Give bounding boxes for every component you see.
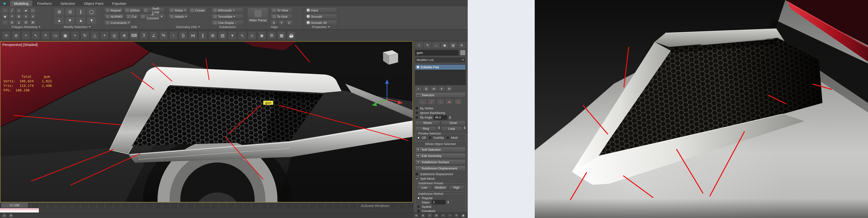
maxscript-mini-listener-output[interactable]: [0, 210, 39, 213]
zoom-extents-all-icon[interactable]: ⊠: [434, 213, 439, 218]
align-x-button[interactable]: X: [271, 20, 277, 25]
select-and-link-icon[interactable]: ∞: [2, 31, 10, 40]
spinner-snap-toggle-icon[interactable]: ↕: [169, 31, 178, 40]
time-slider[interactable]: 0 / 100: [1, 203, 28, 208]
preview-subobj-radio[interactable]: SubObj: [428, 136, 443, 140]
curve-editor-icon[interactable]: ∿: [238, 31, 247, 40]
select-and-move-icon[interactable]: +: [71, 31, 80, 40]
loop-spinner[interactable]: [464, 126, 466, 131]
utilities-tab-icon[interactable]: ≋: [458, 42, 466, 48]
by-angle-icon[interactable]: ∠: [16, 20, 22, 25]
expand-toggle-icon[interactable]: [417, 148, 420, 151]
percent-snap-toggle-icon[interactable]: %: [159, 31, 168, 40]
shrink-selection-icon[interactable]: ⊟: [23, 20, 29, 25]
selection-lock-icon[interactable]: ⊠: [8, 213, 14, 218]
rollout-soft-selection[interactable]: Soft Selection: [415, 147, 466, 152]
grow-selection-icon[interactable]: ⊞: [30, 20, 36, 25]
cut-button[interactable]: Cut: [125, 14, 138, 19]
repeat-button[interactable]: Repeat: [104, 8, 123, 13]
by-angle-field[interactable]: [434, 115, 447, 120]
p-connect-button[interactable]: P Connect: [139, 14, 164, 19]
tab-object-paint[interactable]: Object Paint: [80, 0, 107, 6]
zoom-region-icon[interactable]: ▭: [440, 213, 446, 218]
panel-caption[interactable]: Polygon Modeling: [0, 25, 52, 29]
use-pivot-point-center-icon[interactable]: ◎: [110, 31, 119, 40]
tessellate-button[interactable]: Tessellate: [212, 14, 243, 19]
pan-icon[interactable]: +: [447, 213, 453, 218]
create-button[interactable]: Create: [189, 8, 207, 13]
zoom-extents-icon[interactable]: ⊡: [427, 213, 433, 218]
rollout-subdivision-surface[interactable]: Subdivision Surface: [415, 159, 466, 165]
vertex-mode-icon[interactable]: ∴: [2, 8, 8, 13]
viewport-perspective[interactable]: Perspective] [Shaded] Total gumVerts: 10…: [0, 41, 413, 203]
panel-caption[interactable]: Subdivision: [210, 25, 245, 29]
shrink-button[interactable]: Shrink: [415, 120, 440, 125]
tab-populate[interactable]: Populate: [108, 0, 130, 6]
method-spatial-radio[interactable]: Spatial: [417, 204, 464, 209]
maximize-viewport-icon[interactable]: ▣: [460, 213, 466, 218]
radio-icon[interactable]: [417, 136, 420, 140]
ring-up-icon[interactable]: ▲: [54, 16, 64, 25]
grow-icon[interactable]: ⊞: [54, 8, 64, 16]
loop-button[interactable]: Loop: [441, 126, 463, 131]
radio-icon[interactable]: [417, 209, 420, 213]
ignore-backfacing-icon[interactable]: ⊘: [9, 20, 15, 25]
qslice-button[interactable]: QSlice: [124, 8, 142, 13]
radio-icon[interactable]: [428, 136, 432, 140]
make-unique-icon[interactable]: ⧉: [430, 86, 437, 92]
panel-caption[interactable]: Geometry (All): [166, 25, 209, 29]
show-end-result-icon[interactable]: ≣: [16, 14, 22, 19]
viewport-label[interactable]: Perspective] [Shaded]: [2, 43, 38, 47]
select-and-rotate-icon[interactable]: ↻: [81, 31, 89, 40]
expand-toggle-icon[interactable]: [417, 154, 420, 157]
preset-high-button[interactable]: High: [449, 185, 464, 190]
align-icon[interactable]: ∥: [198, 31, 207, 40]
modify-tab-icon[interactable]: ✎: [424, 42, 432, 48]
unlink-selection-icon[interactable]: ⊘: [12, 31, 20, 40]
hierarchy-tab-icon[interactable]: ⌂: [432, 42, 440, 48]
subdivision-displacement-checkbox[interactable]: [415, 172, 418, 176]
make-planar-button[interactable]: Make Planar: [247, 8, 269, 24]
snaps-toggle-icon[interactable]: 3: [140, 31, 148, 40]
loop-up-icon[interactable]: ▲: [76, 16, 86, 25]
next-modifier-icon[interactable]: ∧: [30, 14, 36, 19]
schematic-view-icon[interactable]: ◇: [248, 31, 256, 40]
soft-selection-icon[interactable]: ◌: [2, 20, 8, 25]
track-bar-ticks[interactable]: [31, 204, 411, 208]
collapse-toggle-icon[interactable]: [417, 167, 420, 170]
rollout-subdivision-displacement[interactable]: Subdivision Displacement: [415, 166, 466, 171]
steps-field[interactable]: [432, 200, 445, 204]
pin-stack-icon[interactable]: ⌖: [9, 14, 15, 19]
polygon-subobject-icon[interactable]: ▰: [445, 99, 453, 105]
radio-icon[interactable]: [417, 196, 420, 200]
rollout-edit-geometry[interactable]: Edit Geometry: [415, 153, 466, 158]
window-crossing-toggle-icon[interactable]: ▣: [61, 31, 69, 40]
create-tab-icon[interactable]: +: [415, 42, 423, 48]
split-mesh-checkbox[interactable]: [415, 177, 418, 180]
panel-caption[interactable]: Properties: [303, 25, 339, 29]
loop-icon[interactable]: ◯: [87, 8, 97, 16]
pin-stack-icon[interactable]: ⌖: [415, 86, 422, 92]
element-mode-icon[interactable]: ▢: [30, 8, 36, 13]
spinner[interactable]: [449, 116, 451, 119]
grow-button[interactable]: Grow: [441, 120, 466, 125]
previous-modifier-icon[interactable]: ∨: [23, 14, 29, 19]
select-and-place-icon[interactable]: ⌖: [100, 31, 109, 40]
select-by-name-icon[interactable]: ≡: [41, 31, 50, 40]
radio-icon[interactable]: [446, 136, 450, 140]
by-angle-checkbox[interactable]: [415, 116, 418, 119]
preview-off-radio[interactable]: Off: [417, 136, 426, 140]
msmooth-button[interactable]: MSmooth: [212, 8, 243, 13]
panel-caption[interactable]: Edit: [102, 25, 166, 29]
attach-button[interactable]: Attach: [168, 14, 188, 19]
method-curvature-radio[interactable]: Curvature: [417, 209, 464, 213]
material-editor-icon[interactable]: ◉: [257, 31, 266, 40]
timeline[interactable]: 0 / 100: [0, 203, 413, 208]
to-grid-button[interactable]: To Grid: [271, 14, 292, 19]
object-name-field[interactable]: [415, 50, 459, 56]
render-production-icon[interactable]: ☕: [287, 31, 296, 40]
edge-subobject-icon[interactable]: ╱: [428, 99, 435, 105]
by-vertex-checkbox[interactable]: [415, 107, 418, 110]
select-object-icon[interactable]: ↖: [31, 31, 40, 40]
isolate-selection-icon[interactable]: ◎: [1, 213, 7, 218]
